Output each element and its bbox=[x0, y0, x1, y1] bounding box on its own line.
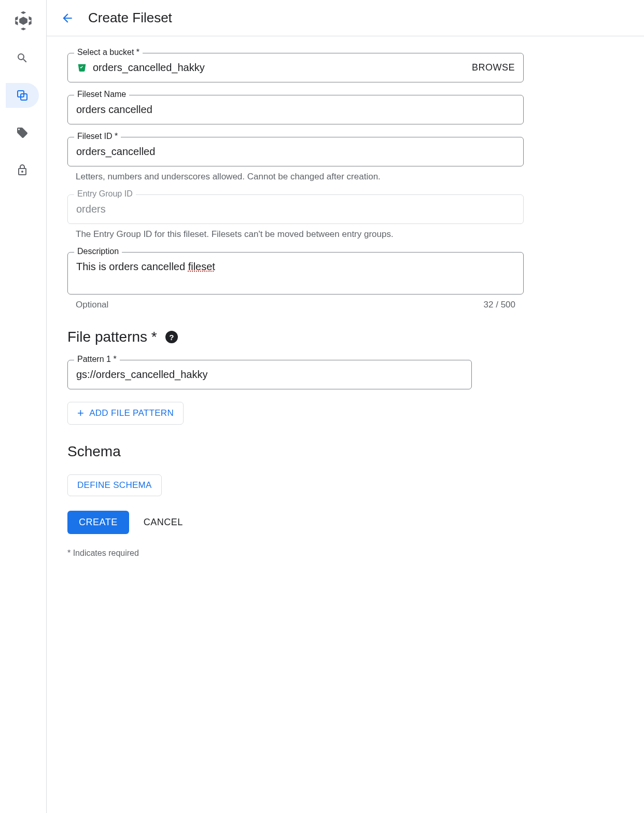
required-note: * Indicates required bbox=[67, 549, 524, 558]
fileset-id-helper: Letters, numbers and underscores allowed… bbox=[67, 172, 524, 182]
lock-icon bbox=[16, 164, 29, 176]
pattern-1-input[interactable] bbox=[76, 369, 207, 381]
description-input[interactable]: This is orders cancelled fileset bbox=[76, 261, 515, 286]
nav-entry-groups[interactable] bbox=[6, 83, 39, 108]
entry-group-field: Entry Group ID The Entry Group ID for th… bbox=[67, 194, 524, 240]
nav-search[interactable] bbox=[6, 46, 39, 71]
fileset-id-label: Fileset ID * bbox=[74, 132, 121, 141]
browse-button[interactable]: BROWSE bbox=[472, 62, 515, 73]
page-title: Create Fileset bbox=[88, 10, 172, 26]
cancel-button[interactable]: CANCEL bbox=[144, 517, 183, 528]
schema-title: Schema bbox=[67, 443, 524, 460]
search-icon bbox=[16, 52, 29, 64]
fileset-name-label: Fileset Name bbox=[74, 90, 129, 99]
help-icon[interactable]: ? bbox=[165, 331, 178, 343]
arrow-left-icon bbox=[61, 11, 74, 25]
nav-tags[interactable] bbox=[6, 120, 39, 145]
fileset-id-field: Fileset ID * Letters, numbers and unders… bbox=[67, 137, 524, 182]
sidebar bbox=[0, 0, 47, 813]
bucket-input[interactable] bbox=[93, 62, 467, 74]
tag-icon bbox=[16, 127, 29, 139]
entry-group-helper: The Entry Group ID for this fileset. Fil… bbox=[67, 229, 524, 240]
product-logo-icon bbox=[11, 8, 36, 33]
add-file-pattern-button[interactable]: + ADD FILE PATTERN bbox=[67, 402, 184, 425]
bucket-field: Select a bucket * BROWSE bbox=[67, 53, 524, 82]
file-patterns-title: File patterns * ? bbox=[67, 329, 524, 345]
description-optional: Optional bbox=[76, 300, 108, 310]
fileset-name-field: Fileset Name bbox=[67, 95, 524, 124]
page-header: Create Fileset bbox=[47, 0, 644, 36]
description-field: Description This is orders cancelled fil… bbox=[67, 252, 524, 310]
main-content: Create Fileset Select a bucket * BROWSE bbox=[47, 0, 644, 813]
fileset-name-input[interactable] bbox=[76, 104, 207, 116]
pattern-1-field: Pattern 1 * bbox=[67, 360, 472, 389]
fileset-id-input[interactable] bbox=[76, 146, 207, 158]
back-button[interactable] bbox=[59, 10, 76, 26]
bucket-icon bbox=[76, 62, 88, 74]
pattern-1-label: Pattern 1 * bbox=[74, 355, 120, 364]
entry-group-label: Entry Group ID bbox=[74, 189, 136, 199]
description-counter: 32 / 500 bbox=[484, 300, 515, 310]
define-schema-button[interactable]: DEFINE SCHEMA bbox=[67, 474, 162, 496]
entry-group-input bbox=[76, 203, 207, 215]
bucket-label: Select a bucket * bbox=[74, 48, 143, 57]
create-button[interactable]: CREATE bbox=[67, 511, 129, 534]
entry-groups-icon bbox=[16, 89, 29, 102]
description-label: Description bbox=[74, 247, 122, 256]
svg-marker-0 bbox=[19, 17, 27, 25]
plus-icon: + bbox=[77, 408, 84, 419]
nav-policies[interactable] bbox=[6, 158, 39, 183]
